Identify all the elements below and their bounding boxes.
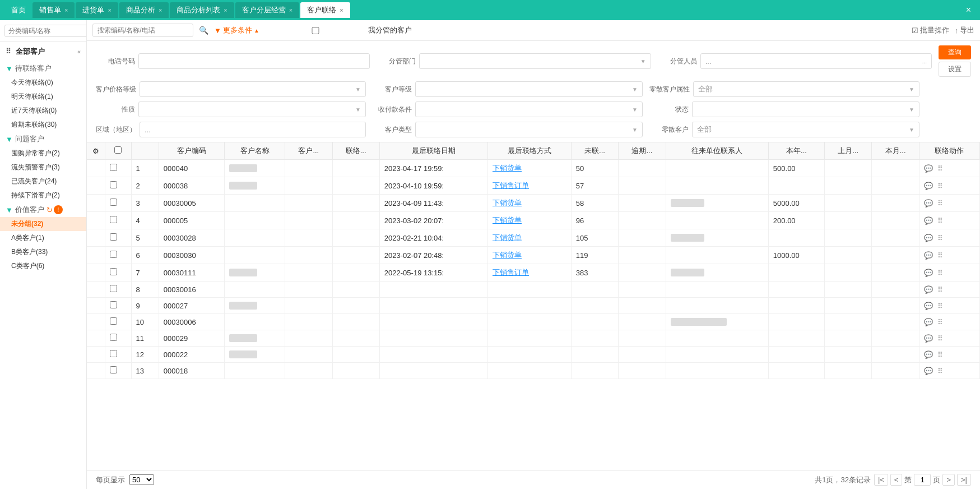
window-close-button[interactable]: × (962, 5, 976, 15)
chat-icon[interactable]: 💬 (924, 350, 933, 359)
grid-action-icon[interactable]: ⠿ (937, 285, 943, 294)
nav-tab-analysis-list[interactable]: 商品分析列表 × (170, 2, 234, 18)
region-select[interactable]: ... (140, 122, 366, 137)
chat-icon[interactable]: 💬 (924, 269, 933, 277)
chat-icon[interactable]: 💬 (924, 318, 933, 326)
col-this-year[interactable]: 本年... (768, 142, 824, 160)
checkbox-cell[interactable] (105, 347, 131, 363)
close-tab-analysis[interactable]: × (159, 7, 162, 13)
close-tab-purchase[interactable]: × (108, 7, 111, 13)
last-method-cell[interactable]: 下销售订单 (487, 177, 571, 195)
last-method-cell[interactable] (487, 363, 571, 379)
close-tab-customer-contact[interactable]: × (340, 7, 343, 13)
first-page-button[interactable]: |< (874, 474, 888, 486)
checkbox-cell[interactable] (105, 229, 131, 247)
row-checkbox[interactable] (110, 216, 117, 223)
grid-action-icon[interactable]: ⠿ (937, 334, 943, 343)
sidebar-item-ungroup[interactable]: 未分组(32) (0, 217, 86, 231)
grid-action-icon[interactable]: ⠿ (937, 318, 943, 326)
chat-icon[interactable]: 💬 (924, 234, 933, 242)
sidebar-item-churned[interactable]: 已流失客户(24) (0, 174, 86, 188)
sidebar-item-c-class[interactable]: C类客户(6) (0, 259, 86, 273)
chat-icon[interactable]: 💬 (924, 302, 933, 310)
row-checkbox[interactable] (110, 199, 117, 206)
row-checkbox[interactable] (110, 334, 117, 341)
close-tab-analysis-list[interactable]: × (224, 7, 227, 13)
nav-tab-customer-tier[interactable]: 客户分层经营 × (235, 2, 299, 18)
col-unit-contact[interactable]: 往来单位联系人 (666, 142, 768, 160)
sidebar-all-customers[interactable]: ⠿ 全部客户 « (0, 42, 86, 61)
row-checkbox[interactable] (110, 350, 117, 357)
sidebar-item-declining[interactable]: 持续下滑客户(2) (0, 188, 86, 202)
nav-tab-purchase[interactable]: 进货单 × (76, 2, 118, 18)
last-method-cell[interactable]: 下销货单 (487, 229, 571, 247)
last-method-cell[interactable]: 下销货单 (487, 160, 571, 177)
row-checkbox[interactable] (110, 317, 117, 325)
retail-attr-select[interactable]: 全部 ▼ (693, 81, 919, 97)
col-type[interactable]: 客户... (285, 142, 332, 160)
close-tab-sales[interactable]: × (64, 7, 68, 13)
checkbox-cell[interactable] (105, 195, 131, 212)
manager-select[interactable]: ... ... (700, 53, 932, 69)
sidebar-section-problem[interactable]: ▼ 问题客户 (0, 132, 86, 146)
row-checkbox[interactable] (110, 268, 117, 275)
chat-icon[interactable]: 💬 (924, 251, 933, 260)
checkbox-cell[interactable] (105, 282, 131, 298)
col-name[interactable]: 客户名称 (225, 142, 285, 160)
sidebar-item-hoarding[interactable]: 囤购异常客户(2) (0, 146, 86, 160)
checkbox-cell[interactable] (105, 298, 131, 314)
my-customers-checkbox-label[interactable]: 我分管的客户 (265, 25, 412, 35)
customer-level-select[interactable]: ▼ (415, 81, 643, 97)
select-all-checkbox[interactable] (114, 146, 122, 154)
close-tab-customer-tier[interactable]: × (289, 7, 292, 13)
row-checkbox[interactable] (110, 251, 117, 258)
chat-icon[interactable]: 💬 (924, 285, 933, 294)
sidebar-item-churn-warning[interactable]: 流失预警客户(3) (0, 160, 86, 174)
col-last-method[interactable]: 最后联络方式 (487, 142, 571, 160)
grid-action-icon[interactable]: ⠿ (937, 269, 943, 277)
chat-icon[interactable]: 💬 (924, 182, 933, 190)
nav-tab-sales[interactable]: 销售单 × (32, 2, 75, 18)
checkbox-cell[interactable] (105, 363, 131, 379)
row-checkbox[interactable] (110, 181, 117, 188)
nav-tab-analysis[interactable]: 商品分析 × (119, 2, 169, 18)
query-button[interactable]: 查询 (939, 45, 971, 59)
last-method-cell[interactable] (487, 314, 571, 330)
col-settings[interactable]: ⚙ (87, 142, 105, 160)
nav-tab-customer-contact[interactable]: 客户联络 × (300, 2, 350, 18)
checkbox-cell[interactable] (105, 314, 131, 330)
checkbox-cell[interactable] (105, 160, 131, 177)
customer-type-select[interactable]: ▼ (415, 122, 643, 137)
sidebar-item-b-class[interactable]: B类客户(33) (0, 245, 86, 259)
reset-button[interactable]: 设置 (939, 62, 971, 77)
grid-action-icon[interactable]: ⠿ (937, 302, 943, 310)
row-checkbox[interactable] (110, 366, 117, 373)
prev-page-button[interactable]: < (890, 474, 903, 486)
grid-action-icon[interactable]: ⠿ (937, 350, 943, 359)
my-customers-checkbox[interactable] (265, 27, 366, 34)
last-method-cell[interactable] (487, 282, 571, 298)
grid-action-icon[interactable]: ⠿ (937, 164, 943, 173)
payment-select[interactable]: ▼ (415, 102, 643, 117)
more-conditions-button[interactable]: ▼ 更多条件 ▲ (214, 25, 259, 35)
col-contact[interactable]: 联络... (332, 142, 379, 160)
dept-select[interactable]: ▼ (419, 53, 651, 69)
row-checkbox[interactable] (110, 164, 117, 171)
col-code[interactable]: 客户编码 (159, 142, 224, 160)
row-checkbox[interactable] (110, 285, 117, 292)
last-method-cell[interactable]: 下销货单 (487, 247, 571, 264)
last-page-button[interactable]: >| (957, 474, 971, 486)
grid-action-icon[interactable]: ⠿ (937, 199, 943, 207)
checkbox-cell[interactable] (105, 177, 131, 195)
sidebar-search-input[interactable] (4, 25, 87, 37)
chat-icon[interactable]: 💬 (924, 164, 933, 173)
page-input[interactable] (914, 474, 931, 486)
batch-ops-button[interactable]: ☑ 批量操作 (912, 25, 949, 35)
row-checkbox[interactable] (110, 233, 117, 241)
status-select[interactable]: ▼ (692, 102, 919, 117)
col-no-contact[interactable]: 未联... (571, 142, 618, 160)
sidebar-section-value[interactable]: ▼ 价值客户 ↻ ! (0, 202, 86, 217)
last-method-cell[interactable]: 下销货单 (487, 195, 571, 212)
search-input[interactable] (92, 24, 193, 37)
sidebar-item-7days[interactable]: 近7天待联络(0) (0, 104, 86, 118)
